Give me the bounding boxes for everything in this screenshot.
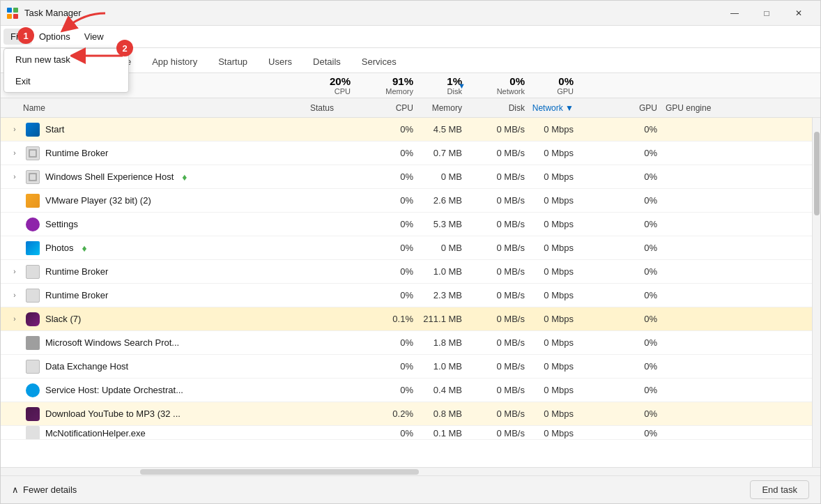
process-gpu: 0%	[579, 385, 663, 395]
table-row[interactable]: › Runtime Broker 0% 1.0 MB 0 MB/s 0 Mbps…	[1, 260, 812, 284]
process-memory: 0 MB	[419, 243, 468, 253]
table-row[interactable]: › Microsoft Windows Search Prot... 0% 1.…	[1, 331, 812, 355]
process-gpu: 0%	[579, 337, 663, 348]
eco-icon: ♦	[82, 243, 86, 254]
table-row[interactable]: › Photos ♦ 0% 0 MB 0 MB/s 0 Mbps 0%	[1, 236, 812, 260]
process-memory: 2.3 MB	[419, 290, 468, 300]
process-cpu: 0%	[356, 219, 419, 229]
minimize-button[interactable]: —	[719, 1, 751, 26]
expand-icon[interactable]: ›	[9, 171, 20, 183]
process-name: › Download YouTube to MP3 (32 ...	[1, 407, 307, 421]
col-gpu-engine[interactable]: GPU engine	[663, 103, 719, 113]
table-row[interactable]: › VMware Player (32 bit) (2) 0% 2.6 MB 0…	[1, 189, 812, 213]
maximize-button[interactable]: □	[751, 1, 783, 26]
process-network: 0 Mbps	[530, 385, 579, 395]
process-icon	[26, 194, 40, 208]
process-disk: 0 MB/s	[468, 266, 530, 277]
col-cpu[interactable]: CPU	[356, 103, 419, 113]
network-pct: 0%	[509, 75, 525, 87]
process-memory: 2.6 MB	[419, 195, 468, 206]
scrollbar[interactable]	[812, 118, 820, 467]
cpu-label: CPU	[335, 87, 351, 96]
tab-startup[interactable]: Startup	[208, 52, 257, 72]
content-area: 20% CPU 91% Memory 1% Disk ▼ 0% Network …	[1, 73, 820, 475]
expand-icon[interactable]: ›	[9, 290, 20, 301]
menu-options[interactable]: Options	[32, 29, 77, 45]
table-row[interactable]: › Windows Shell Experience Host ♦ 0% 0 M…	[1, 165, 812, 189]
table-body: › Start 0% 4.5 MB 0 MB/s 0 Mbps 0% ›	[1, 118, 812, 467]
tab-details[interactable]: Details	[303, 52, 351, 72]
menu-file[interactable]: File Run new task Exit	[3, 29, 32, 45]
process-disk: 0 MB/s	[468, 243, 530, 253]
scrollbar-thumb[interactable]	[814, 132, 820, 215]
process-name: › Data Exchange Host	[1, 360, 307, 374]
process-icon	[26, 360, 40, 374]
process-cpu: 0%	[356, 385, 419, 395]
table-row[interactable]: › Service Host: Update Orchestrat... 0% …	[1, 379, 812, 402]
process-name: › Settings	[1, 217, 307, 231]
process-name: › Windows Shell Experience Host ♦	[1, 170, 307, 184]
col-name[interactable]: Name	[1, 103, 307, 113]
table-row[interactable]: › Download YouTube to MP3 (32 ... 0.2% 0…	[1, 402, 812, 426]
network-stat: ▼ 0% Network	[468, 75, 530, 96]
table-row[interactable]: › Data Exchange Host 0% 1.0 MB 0 MB/s 0 …	[1, 355, 812, 379]
col-disk[interactable]: Disk	[468, 103, 530, 113]
process-disk: 0 MB/s	[468, 290, 530, 300]
cpu-pct: 20%	[330, 75, 351, 87]
process-cpu: 0%	[356, 148, 419, 158]
process-name: › Photos ♦	[1, 241, 307, 255]
table-row[interactable]: › Start 0% 4.5 MB 0 MB/s 0 Mbps 0%	[1, 118, 812, 142]
table-row[interactable]: › Runtime Broker 0% 2.3 MB 0 MB/s 0 Mbps…	[1, 284, 812, 307]
process-cpu: 0%	[356, 243, 419, 253]
process-icon	[26, 383, 40, 397]
svg-rect-2	[7, 14, 12, 19]
window-title: Task Manager	[24, 8, 82, 18]
close-button[interactable]: ✕	[783, 1, 815, 26]
svg-rect-1	[13, 8, 18, 13]
process-gpu: 0%	[579, 314, 663, 324]
process-icon	[26, 426, 40, 440]
menu-view[interactable]: View	[77, 29, 111, 45]
process-memory: 0.8 MB	[419, 408, 468, 419]
process-gpu: 0%	[579, 124, 663, 135]
process-icon	[26, 265, 40, 279]
tab-services[interactable]: Services	[352, 52, 406, 72]
expand-icon[interactable]: ›	[9, 124, 20, 135]
process-cpu: 0%	[356, 428, 419, 438]
table-row[interactable]: › Settings 0% 5.3 MB 0 MB/s 0 Mbps 0%	[1, 213, 812, 236]
expand-icon[interactable]: ›	[9, 148, 20, 159]
table-row[interactable]: › Slack (7) 0.1% 211.1 MB 0 MB/s 0 Mbps …	[1, 307, 812, 331]
process-cpu: 0%	[356, 361, 419, 372]
col-gpu[interactable]: GPU	[579, 103, 663, 113]
expand-icon[interactable]: ›	[9, 266, 20, 277]
process-gpu: 0%	[579, 361, 663, 372]
fewer-details-button[interactable]: ∧ Fewer details	[12, 484, 77, 495]
process-disk: 0 MB/s	[468, 171, 530, 182]
expand-icon[interactable]: ›	[9, 314, 20, 325]
process-icon	[26, 241, 40, 255]
run-new-task-item[interactable]: Run new task	[4, 49, 128, 70]
process-network: 0 Mbps	[530, 428, 579, 438]
process-name: › Runtime Broker	[1, 265, 307, 279]
col-memory[interactable]: Memory	[419, 103, 468, 113]
col-status[interactable]: Status	[307, 103, 356, 113]
process-disk: 0 MB/s	[468, 314, 530, 324]
tab-app-history[interactable]: App history	[142, 52, 207, 72]
tab-users[interactable]: Users	[259, 52, 302, 72]
process-network: 0 Mbps	[530, 148, 579, 158]
process-cpu: 0%	[356, 337, 419, 348]
process-cpu: 0.2%	[356, 408, 419, 419]
end-task-button[interactable]: End task	[750, 480, 809, 499]
table-row[interactable]: › McNotificationHelper.exe 0% 0.1 MB 0 M…	[1, 426, 812, 440]
process-icon	[26, 217, 40, 231]
fewer-details-arrow: ∧	[12, 484, 19, 495]
table-row[interactable]: › Runtime Broker 0% 0.7 MB 0 MB/s 0 Mbps…	[1, 142, 812, 165]
memory-stat: 91% Memory	[356, 75, 419, 96]
process-cpu: 0%	[356, 195, 419, 206]
process-icon	[26, 407, 40, 421]
gpu-pct: 0%	[558, 75, 574, 87]
column-headers: Name Status CPU Memory Disk Network ▼ GP…	[1, 98, 820, 118]
col-network[interactable]: Network ▼	[530, 103, 579, 113]
horizontal-scrollbar[interactable]	[1, 467, 820, 475]
exit-item[interactable]: Exit	[4, 70, 128, 92]
